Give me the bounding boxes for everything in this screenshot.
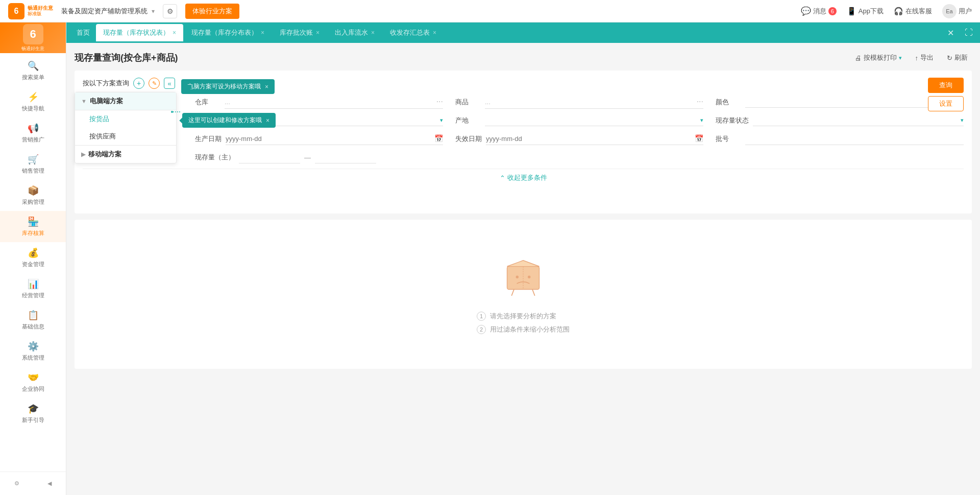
sidebar-logo-sub: 畅通好生意	[21, 45, 44, 52]
print-btn[interactable]: 🖨 按模板打印 ▾	[851, 51, 906, 64]
tab-fullscreen-btn[interactable]: ⛶	[962, 26, 976, 40]
tab-collect-summary[interactable]: 收发存汇总表 ×	[383, 24, 444, 41]
sidebar-item-system[interactable]: ⚙️ 系统管理	[0, 336, 66, 367]
filter-label-row: 按以下方案查询 + ✎ « 电脑方案可设为移	[83, 78, 964, 89]
sidebar-item-search[interactable]: 🔍 搜索菜单	[0, 55, 66, 86]
expire-date-calendar-icon[interactable]: 📅	[695, 134, 703, 143]
export-btn[interactable]: ↑ 导出	[911, 51, 938, 64]
batch-field[interactable]	[745, 133, 964, 145]
industry-btn[interactable]: 体验行业方案	[185, 4, 239, 19]
tab-stock-flow-close[interactable]: ×	[371, 29, 375, 36]
sidebar-item-guide-label: 新手引导	[22, 416, 44, 424]
origin-select[interactable]: ▾	[485, 115, 703, 126]
collapse-icon: ◀	[47, 480, 52, 487]
tab-close-all-btn[interactable]: ✕	[943, 26, 958, 40]
goods-label: 商品	[455, 98, 481, 107]
scheme-desktop-label: 电脑端方案	[90, 97, 123, 106]
sidebar-item-operation[interactable]: 📊 经营管理	[0, 273, 66, 304]
settings-gear-btn[interactable]: ⚙	[163, 4, 177, 18]
tooltip-create-scheme: 这里可以创建和修改方案哦 ×	[182, 113, 276, 128]
message-item[interactable]: 💬 消息 6	[801, 6, 837, 16]
goods-dots-icon[interactable]: ···	[697, 97, 703, 106]
left-arrow-icon: «	[167, 80, 171, 87]
phone-icon: 📱	[847, 7, 856, 16]
sidebar-item-marketing[interactable]: 📢 营销推广	[0, 117, 66, 149]
avatar: Ea	[942, 4, 957, 18]
tab-stock-batch-label: 库存批次账	[280, 28, 313, 37]
svg-point-6	[528, 276, 530, 278]
tab-home[interactable]: 首页	[70, 24, 96, 41]
app-download-item[interactable]: 📱 App下载	[847, 7, 884, 16]
scheme-mobile-arrow: ▶	[81, 151, 85, 158]
produce-date-calendar-icon[interactable]: 📅	[434, 134, 443, 143]
scheme-by-supplier[interactable]: 按供应商	[75, 128, 176, 145]
expire-date-field[interactable]	[486, 135, 693, 143]
print-label: 按模板打印	[864, 53, 897, 62]
sidebar-item-enterprise[interactable]: 🤝 企业协同	[0, 367, 66, 398]
edit-icon: ✎	[152, 80, 157, 87]
tab-stock-batch-close[interactable]: ×	[316, 29, 320, 36]
sidebar-settings-btn[interactable]: ⚙	[11, 476, 22, 491]
sidebar-collapse-btn[interactable]: ◀	[44, 476, 55, 491]
hint2-text: 用过滤条件来缩小分析范围	[490, 325, 570, 334]
expire-date-label: 失效日期	[455, 134, 482, 144]
expire-date-input[interactable]: 📅	[486, 132, 703, 145]
stock-range-max[interactable]	[315, 151, 376, 163]
sidebar-item-guide[interactable]: 🎓 新手引导	[0, 398, 66, 429]
tab-stock-status[interactable]: 现存量（库存状况表） ×	[96, 24, 183, 41]
filter-expire-date: 失效日期 📅	[455, 132, 703, 145]
dropdown-arrow-icon: ▾	[152, 8, 155, 15]
system-dropdown[interactable]: 装备及固定资产辅助管理系统 ▾	[57, 7, 155, 16]
print-icon: 🖨	[855, 54, 862, 62]
tab-stock-dist[interactable]: 现存量（库存分布表） ×	[184, 24, 272, 41]
collapse-btn[interactable]: ⌃ 收起更多条件	[83, 169, 964, 186]
user-item[interactable]: Ea 用户	[942, 4, 972, 18]
tab-stock-batch[interactable]: 库存批次账 ×	[273, 24, 327, 41]
warehouse-dots-icon[interactable]: ···	[436, 97, 443, 106]
stock-status-select[interactable]: ▾	[753, 115, 964, 126]
edit-scheme-btn[interactable]: ✎	[149, 78, 160, 89]
stock-range-min[interactable]	[239, 151, 300, 163]
add-icon: +	[137, 79, 141, 87]
tab-stock-dist-label: 现存量（库存分布表）	[191, 28, 258, 37]
scheme-mobile-label: 移动端方案	[88, 150, 121, 159]
sidebar-item-sales-label: 销售管理	[22, 167, 44, 175]
query-btn[interactable]: 查询	[928, 78, 964, 93]
sidebar-item-stock[interactable]: 🏪 库存核算	[0, 211, 66, 242]
sidebar-logo-letter: 6	[30, 28, 36, 41]
filter-row1: 仓库 ... ··· 商品 ...	[195, 95, 964, 109]
goods-select[interactable]: ... ···	[485, 95, 703, 109]
settings-bottom-icon: ⚙	[14, 480, 19, 487]
reset-btn[interactable]: 设置	[928, 96, 964, 111]
tooltip2-close[interactable]: ×	[266, 117, 270, 124]
sidebar-item-sales[interactable]: 🛒 销售管理	[0, 149, 66, 180]
top-bar: 6 畅通好生意 标准版 装备及固定资产辅助管理系统 ▾ ⚙ 体验行业方案 💬 消…	[0, 0, 980, 22]
refresh-btn[interactable]: ↻ 刷新	[943, 51, 972, 64]
tab-stock-status-close[interactable]: ×	[173, 29, 176, 36]
produce-date-input[interactable]: 📅	[226, 132, 443, 145]
scheme-arrow-btn[interactable]: «	[164, 78, 175, 89]
tooltip1-close[interactable]: ×	[265, 83, 268, 90]
sidebar-item-finance[interactable]: 💰 资金管理	[0, 242, 66, 273]
produce-date-field[interactable]	[226, 135, 432, 143]
filter-produce-date: 生产日期 📅	[195, 132, 443, 145]
scheme-by-goods[interactable]: 按货品	[75, 110, 176, 128]
logo-letter: 6	[14, 7, 19, 16]
add-scheme-btn[interactable]: +	[133, 78, 144, 89]
sidebar-item-purchase[interactable]: 📦 采购管理	[0, 180, 66, 211]
tab-collect-summary-close[interactable]: ×	[433, 29, 436, 36]
gear-icon: ⚙	[167, 7, 174, 15]
tab-stock-flow[interactable]: 出入库流水 ×	[328, 24, 382, 41]
online-service-item[interactable]: 🎧 在线客服	[894, 7, 932, 16]
origin-dropdown-icon: ▾	[700, 117, 703, 124]
sidebar-item-basic[interactable]: 📋 基础信息	[0, 304, 66, 336]
sidebar-item-quick-nav[interactable]: ⚡ 快捷导航	[0, 86, 66, 117]
tab-stock-dist-close[interactable]: ×	[261, 29, 264, 36]
scheme-mobile[interactable]: ▶ 移动端方案	[75, 145, 176, 163]
color-label: 颜色	[716, 98, 741, 107]
warehouse-select[interactable]: ... ···	[225, 95, 443, 109]
empty-illustration	[498, 250, 549, 301]
scheme-desktop[interactable]: ▼ 电脑端方案	[75, 92, 176, 110]
app-download-label: App下载	[859, 7, 884, 16]
stock-status-label: 现存量状态	[716, 116, 749, 125]
